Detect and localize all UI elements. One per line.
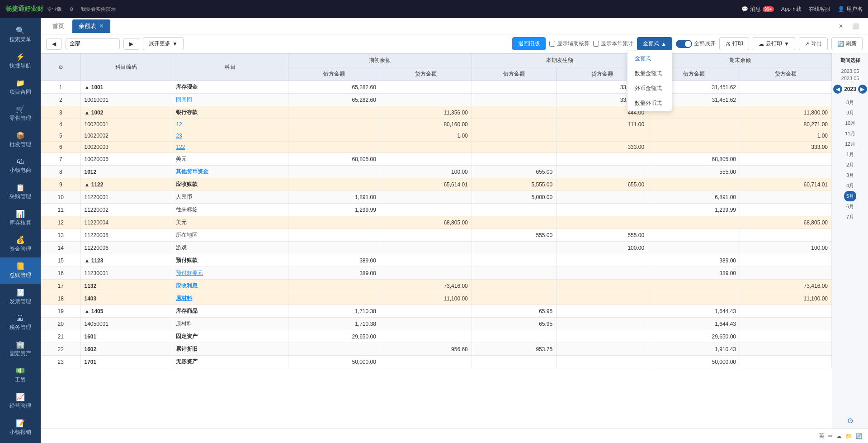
sidebar-item-finance[interactable]: 💰资金管理: [0, 231, 41, 257]
sidebar-item-retail[interactable]: 🛒零售管理: [0, 100, 41, 127]
cell-pd-credit: [557, 267, 648, 280]
cell-pd-credit: [557, 166, 648, 178]
dropdown-item-foreign-amount[interactable]: 外币金额式: [627, 81, 672, 96]
sidebar-item-base[interactable]: 🗂基础信息: [0, 441, 41, 443]
return-old-btn[interactable]: 退回旧版: [512, 37, 546, 50]
period-month-10月[interactable]: 10月: [844, 118, 856, 129]
cell-pd-debit: [472, 142, 556, 153]
online-service-btn[interactable]: 在线客服: [809, 5, 830, 13]
collapse-panel-btn[interactable]: ⊙: [847, 413, 853, 425]
dropdown-item-qty-foreign[interactable]: 数量外币式: [627, 96, 672, 111]
expand-more-btn[interactable]: 展开更多 ▼: [143, 37, 184, 50]
expand-all-switch[interactable]: [676, 40, 692, 48]
cell-ob-credit: [380, 242, 472, 254]
show-annual-checkbox[interactable]: [593, 41, 599, 47]
app-download-btn[interactable]: App下载: [781, 5, 802, 13]
sidebar-item-search[interactable]: 🔍搜索菜单: [0, 22, 41, 48]
sidebar-item-assets[interactable]: 🏢固定资产: [0, 336, 41, 362]
subject-link[interactable]: 预付款美元: [176, 270, 203, 276]
refresh-btn[interactable]: 🔄 刷新: [831, 37, 863, 50]
cell-ob-credit: [380, 330, 472, 343]
next-btn[interactable]: ▶: [123, 38, 139, 50]
demo-link[interactable]: 我要看实例演示: [81, 6, 116, 13]
tab-balance[interactable]: 余额表 ✕: [72, 19, 110, 33]
subject-link[interactable]: 其他货币资金: [176, 168, 208, 175]
bottom-edit-icon[interactable]: ✏: [828, 433, 833, 439]
period-month-12月[interactable]: 12月: [844, 139, 856, 149]
cell-pd-debit: [472, 292, 556, 305]
subject-link[interactable]: 原材料: [176, 295, 192, 301]
period-month-2月[interactable]: 2月: [844, 160, 856, 170]
subject-link[interactable]: 回回回: [176, 96, 192, 103]
settings-icon[interactable]: ⚙: [58, 64, 63, 71]
bottom-folder-icon[interactable]: 📁: [845, 433, 852, 439]
sidebar-item-tax[interactable]: 🏛税务管理: [0, 310, 41, 336]
sidebar-item-project[interactable]: 📁项目合同: [0, 74, 41, 100]
settings-gear-icon[interactable]: ⚙: [69, 6, 74, 12]
bottom-sync-icon[interactable]: 🔄: [856, 433, 863, 439]
dropdown-item-amount[interactable]: 金额式: [627, 51, 672, 66]
table-right-layout: ⚙ 科目编码 科目 期初余额 本期发生额 期末余额 借方金额 贷方金额 借方金额…: [41, 53, 868, 429]
sidebar-icon-ops: 📈: [2, 393, 39, 401]
panel-collapse-icon[interactable]: ⊙: [847, 417, 853, 424]
cell-ob-debit: 1,710.38: [288, 318, 380, 330]
tab-balance-close-icon[interactable]: ✕: [99, 23, 104, 29]
cloud-print-btn[interactable]: ☁ 云打印 ▼: [753, 37, 795, 50]
search-input[interactable]: [66, 38, 120, 49]
export-icon: ↗: [805, 41, 809, 47]
subject-link[interactable]: 23: [176, 133, 182, 139]
period-month-1月[interactable]: 1月: [844, 149, 856, 160]
period-month-7月[interactable]: 7月: [844, 212, 856, 222]
cell-pd-debit: 65.95: [472, 318, 556, 330]
table-row: 17 1132 应收利息 73,416.00 73,416.00: [41, 280, 832, 292]
print-btn[interactable]: 🖨 打印: [719, 37, 749, 50]
period-month-5月[interactable]: 5月: [844, 191, 856, 201]
period-2023-05-2[interactable]: 2023.05: [841, 76, 859, 81]
period-month-3月[interactable]: 3月: [844, 170, 856, 181]
period-month-9月[interactable]: 9月: [844, 108, 856, 118]
cell-ob-debit: 29,650.00: [288, 330, 380, 343]
expand-more-label: 展开更多: [149, 40, 170, 48]
dropdown-item-qty-amount[interactable]: 数量金额式: [627, 66, 672, 81]
sidebar-item-quick-nav[interactable]: ⚡快捷导航: [0, 48, 41, 74]
sidebar-icon-salary: 💵: [2, 367, 39, 375]
subject-link[interactable]: 12: [176, 121, 182, 128]
bottom-cloud-icon[interactable]: ☁: [836, 433, 842, 439]
amount-style-btn[interactable]: 金额式 ▲: [637, 37, 672, 50]
sidebar-item-ops[interactable]: 📈经营管理: [0, 388, 41, 414]
chevron-down-icon: ▼: [172, 41, 178, 47]
bottom-lang-btn[interactable]: 英: [819, 432, 825, 440]
sidebar-item-salary[interactable]: 💵工资: [0, 362, 41, 388]
cell-code: 1403: [80, 292, 172, 305]
period-month-8月[interactable]: 8月: [844, 97, 856, 108]
subject-link[interactable]: 122: [176, 144, 185, 150]
period-month-6月[interactable]: 6月: [844, 201, 856, 212]
collapse-left-btn[interactable]: ◀: [833, 85, 842, 94]
period-month-11月[interactable]: 11月: [844, 129, 856, 139]
cell-ob-credit: 956.68: [380, 343, 472, 356]
cell-pd-credit: [557, 292, 648, 305]
page-max-btn[interactable]: ⬜: [849, 21, 863, 31]
top-bar: 畅捷通好业财 专业版 ⚙ 我要看实例演示 💬 消息 99+ App下载 在线客服…: [0, 0, 868, 18]
sidebar-item-wholesale[interactable]: 📦批发管理: [0, 127, 41, 153]
cell-cb-debit: [648, 280, 740, 292]
table-container: ⚙ 科目编码 科目 期初余额 本期发生额 期末余额 借方金额 贷方金额 借方金额…: [41, 53, 832, 429]
sidebar-item-invoice[interactable]: 🧾发票管理: [0, 284, 41, 310]
page-close-btn[interactable]: ✕: [835, 21, 847, 31]
user-avatar[interactable]: 👤 用户名: [838, 5, 863, 13]
prev-btn[interactable]: ◀: [46, 38, 62, 50]
show-aux-checkbox[interactable]: [549, 41, 555, 47]
sidebar-item-ecommerce[interactable]: 🛍小畅电商: [0, 153, 41, 179]
tab-home[interactable]: 首页: [46, 19, 71, 33]
sidebar-item-sales[interactable]: 📝小畅报销: [0, 414, 41, 441]
period-month-4月[interactable]: 4月: [844, 181, 856, 191]
export-btn[interactable]: ↗ 导出: [799, 37, 828, 50]
sidebar-item-inventory[interactable]: 📊库存核算: [0, 205, 41, 231]
collapse-right-btn[interactable]: ▶: [858, 85, 867, 94]
period-2023-05[interactable]: 2023.05: [841, 68, 859, 74]
message-btn[interactable]: 💬 消息 99+: [741, 5, 774, 13]
subject-text: 无形资产: [176, 358, 198, 365]
subject-link[interactable]: 应收利息: [176, 282, 198, 289]
sidebar-item-ledger[interactable]: 📒总账管理: [0, 257, 41, 284]
sidebar-item-purchase[interactable]: 📋采购管理: [0, 179, 41, 205]
